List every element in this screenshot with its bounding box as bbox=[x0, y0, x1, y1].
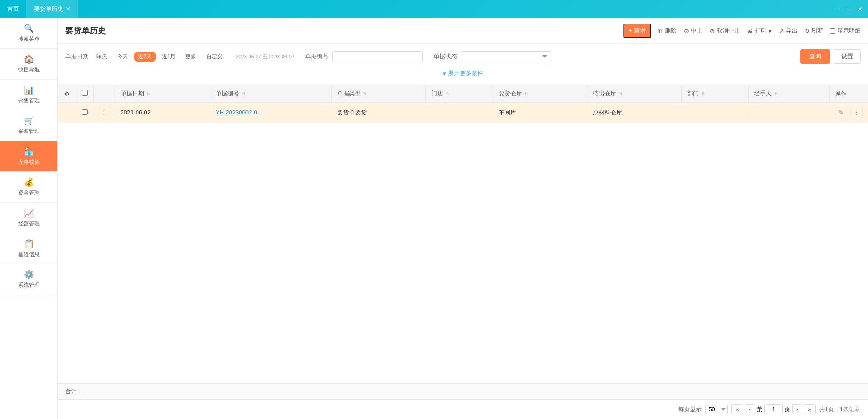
filter-row-1: 单据日期 昨天 今天 近7天 近1月 更多 自定义 2023-05-27 至 2… bbox=[65, 49, 861, 64]
th-pending-warehouse-label: 待出仓库 bbox=[593, 90, 616, 97]
content-area: 要货单历史 + 新增 🗑 删除 ⊘ 中止 ⊘ 取消中止 🖨 bbox=[58, 18, 868, 419]
show-detail-checkbox-label[interactable]: 显示明细 bbox=[830, 27, 861, 35]
page-size-select[interactable]: 10 20 50 100 bbox=[705, 405, 728, 414]
row-more-icon[interactable]: ⋮ bbox=[850, 107, 863, 118]
window-minimize-icon[interactable]: — bbox=[834, 6, 840, 13]
date-btn-7days[interactable]: 近7天 bbox=[134, 52, 156, 62]
tab-home[interactable]: 首页 bbox=[0, 0, 27, 18]
show-detail-checkbox[interactable] bbox=[830, 28, 835, 34]
cancel-stop-button[interactable]: ⊘ 取消中止 bbox=[709, 25, 741, 37]
th-doc-date-sort[interactable]: ⇅ bbox=[146, 91, 150, 96]
sidebar-item-search-menu[interactable]: 🔍 搜索菜单 bbox=[0, 18, 57, 49]
sidebar-item-quick-nav[interactable]: 🏠 快捷导航 bbox=[0, 49, 57, 80]
page-input[interactable] bbox=[764, 404, 783, 414]
print-button[interactable]: 🖨 打印 ▾ bbox=[746, 25, 773, 37]
tab-yhdls[interactable]: 要货单历史 ✕ bbox=[27, 0, 78, 18]
window-close-icon[interactable]: ✕ bbox=[858, 6, 863, 13]
filter-docno-input[interactable] bbox=[332, 51, 423, 62]
sidebar-item-operation-label: 经营管理 bbox=[18, 220, 40, 228]
filter-status-group: 单据状态 bbox=[434, 51, 551, 62]
last-page-btn[interactable]: » bbox=[804, 404, 815, 414]
row-num: 1 bbox=[102, 109, 105, 116]
system-icon: ⚙️ bbox=[24, 270, 34, 280]
td-handler bbox=[749, 103, 830, 123]
quick-nav-icon: 🏠 bbox=[24, 54, 34, 64]
refresh-button[interactable]: ↻ 刷新 bbox=[804, 25, 824, 37]
sidebar-item-system[interactable]: ⚙️ 系统管理 bbox=[0, 264, 57, 295]
th-doc-no-sort[interactable]: ⇅ bbox=[242, 91, 245, 96]
sidebar-item-basic-info[interactable]: 📋 基础信息 bbox=[0, 233, 57, 264]
top-bar-tabs: 首页 要货单历史 ✕ bbox=[0, 0, 828, 18]
sidebar-item-inventory[interactable]: 🏪 库存核算 bbox=[0, 141, 57, 172]
table-header-row: ⚙ 单据日期 ⇅ 单据编号 ⇅ bbox=[58, 85, 868, 103]
expand-more-btn[interactable]: ▾ 展开更多条件 bbox=[65, 67, 861, 79]
settings-filter-label: 设置 bbox=[841, 53, 853, 60]
th-doc-no-label: 单据编号 bbox=[216, 90, 239, 97]
page-label: 第 bbox=[757, 405, 763, 414]
date-btn-custom[interactable]: 自定义 bbox=[202, 52, 226, 62]
filter-date-range: 2023-05-27 至 2023-06-02 bbox=[236, 53, 294, 60]
td-shop bbox=[426, 103, 493, 123]
date-btn-1month[interactable]: 近1月 bbox=[158, 52, 180, 62]
date-btn-more[interactable]: 更多 bbox=[181, 52, 200, 62]
sidebar-item-sales[interactable]: 📊 销售管理 bbox=[0, 80, 57, 110]
td-doc-date: 2023-06-02 bbox=[115, 103, 210, 123]
query-button[interactable]: 查询 bbox=[800, 49, 830, 64]
filter-status-select[interactable] bbox=[461, 51, 551, 62]
sidebar-item-quick-nav-label: 快捷导航 bbox=[18, 66, 40, 74]
page-header: 要货单历史 + 新增 🗑 删除 ⊘ 中止 ⊘ 取消中止 🖨 bbox=[58, 18, 868, 44]
date-btn-today[interactable]: 今天 bbox=[113, 52, 132, 62]
th-checkbox bbox=[76, 85, 93, 103]
page-suffix: 页 bbox=[784, 405, 790, 414]
filter-status-label: 单据状态 bbox=[434, 52, 457, 61]
filter-docno-group: 单据编号 bbox=[305, 51, 423, 62]
th-shop-sort[interactable]: ⇅ bbox=[446, 91, 449, 96]
stop-label: 中止 bbox=[691, 27, 703, 35]
new-button[interactable]: + 新增 bbox=[623, 24, 651, 38]
th-handler-label: 经手人 bbox=[754, 90, 772, 97]
stop-icon: ⊘ bbox=[684, 28, 689, 34]
th-handler-sort[interactable]: ⇅ bbox=[774, 91, 778, 96]
filter-docno-label: 单据编号 bbox=[305, 52, 329, 61]
sidebar-item-purchase[interactable]: 🛒 采购管理 bbox=[0, 110, 57, 141]
stop-button[interactable]: ⊘ 中止 bbox=[683, 25, 703, 37]
export-button[interactable]: ↗ 导出 bbox=[778, 25, 798, 37]
row-doc-no-link[interactable]: YH-20230602-0 bbox=[216, 109, 257, 116]
date-btn-yesterday[interactable]: 昨天 bbox=[92, 52, 111, 62]
row-checkbox[interactable] bbox=[82, 109, 88, 115]
th-req-warehouse: 要货仓库 ⇅ bbox=[493, 85, 587, 103]
td-actions: ✎ ⋮ bbox=[830, 103, 868, 123]
th-doc-type: 单据类型 ⇅ bbox=[331, 85, 425, 103]
row-doc-date: 2023-06-02 bbox=[121, 109, 151, 116]
sidebar-item-finance[interactable]: 💰 资金管理 bbox=[0, 172, 57, 203]
td-settings-cell bbox=[58, 103, 76, 123]
expand-down-icon: ▾ bbox=[443, 70, 446, 77]
row-edit-icon[interactable]: ✎ bbox=[835, 107, 846, 118]
delete-button[interactable]: 🗑 删除 bbox=[656, 25, 678, 37]
prev-page-btn[interactable]: ‹ bbox=[745, 404, 755, 414]
th-department-sort[interactable]: ⇅ bbox=[701, 91, 705, 96]
th-settings[interactable]: ⚙ bbox=[58, 85, 76, 103]
th-doc-date-label: 单据日期 bbox=[121, 90, 144, 97]
th-doc-type-label: 单据类型 bbox=[337, 90, 361, 97]
tab-close-icon[interactable]: ✕ bbox=[66, 6, 71, 12]
th-doc-type-sort[interactable]: ⇅ bbox=[363, 91, 367, 96]
expand-more-label: 展开更多条件 bbox=[448, 69, 483, 77]
settings-filter-button[interactable]: 设置 bbox=[834, 49, 861, 64]
sidebar-item-operation[interactable]: 📈 经营管理 bbox=[0, 203, 57, 233]
sidebar-item-inventory-label: 库存核算 bbox=[18, 158, 40, 166]
select-all-checkbox[interactable] bbox=[82, 90, 88, 96]
filter-date-btns: 昨天 今天 近7天 近1月 更多 自定义 bbox=[92, 52, 226, 62]
delete-label: 删除 bbox=[665, 27, 677, 35]
th-pending-warehouse-sort[interactable]: ⇅ bbox=[619, 91, 623, 96]
window-maximize-icon[interactable]: □ bbox=[847, 6, 850, 13]
gear-icon[interactable]: ⚙ bbox=[64, 90, 70, 97]
next-page-btn[interactable]: › bbox=[792, 404, 802, 414]
page-total: 共1页，1条记录 bbox=[819, 405, 861, 414]
first-page-btn[interactable]: « bbox=[731, 404, 743, 414]
top-bar-right: — □ ✕ bbox=[828, 6, 868, 13]
sidebar-item-basic-info-label: 基础信息 bbox=[18, 251, 40, 258]
refresh-icon: ↻ bbox=[805, 28, 810, 34]
show-detail-label: 显示明细 bbox=[837, 27, 861, 35]
th-req-warehouse-sort[interactable]: ⇅ bbox=[524, 91, 528, 96]
